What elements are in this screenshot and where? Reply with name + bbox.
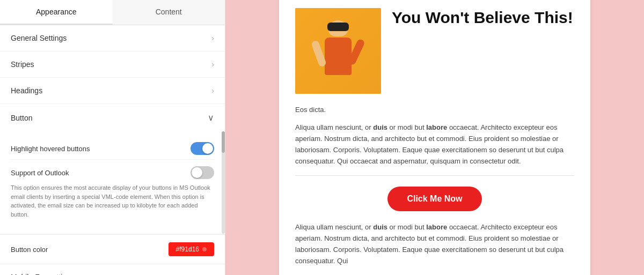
email-divider	[295, 175, 574, 176]
email-body: Eos dicta. Aliqua ullam nesciunt, or dui…	[295, 105, 574, 266]
stripes-row[interactable]: Stripes ›	[0, 51, 225, 78]
mobile-formatting-chevron-icon: ›	[211, 273, 214, 275]
headings-label: Headings	[11, 86, 42, 95]
footer-bold1: duis	[373, 223, 387, 231]
support-outlook-knob	[192, 167, 202, 178]
highlight-hovered-label: Highlight hovered buttons	[11, 145, 90, 153]
support-outlook-label: Support of Outlook	[11, 169, 69, 177]
tab-appearance[interactable]: Appearance	[0, 0, 113, 25]
email-cta-row: Click Me Now	[295, 187, 574, 211]
tab-content[interactable]: Content	[113, 0, 225, 25]
vr-arm-right	[347, 39, 365, 66]
footer-pre: Aliqua ullam nesciunt, or	[295, 223, 373, 231]
mobile-formatting-label: Mobile Formatting	[11, 273, 71, 275]
headings-chevron-icon: ›	[211, 86, 214, 95]
button-color-preview[interactable]: #f91d16	[169, 242, 214, 256]
highlight-hovered-toggle[interactable]	[191, 142, 214, 155]
button-label: Button	[11, 114, 32, 122]
email-title: You Won't Believe This!	[392, 8, 574, 94]
scrollbar-thumb	[222, 131, 225, 153]
footer-mid: or modi but	[387, 223, 426, 231]
button-header[interactable]: Button ∨	[0, 104, 225, 131]
headings-row[interactable]: Headings ›	[0, 78, 225, 104]
paragraph1-mid: or modi but	[387, 123, 426, 131]
stripes-label: Stripes	[11, 60, 34, 69]
email-paragraph1: Aliqua ullam nesciunt, or duis or modi b…	[295, 122, 574, 167]
button-color-label: Button color	[11, 246, 48, 254]
color-picker-dot-icon	[202, 247, 207, 251]
email-intro: Eos dicta.	[295, 105, 574, 116]
email-header: You Won't Believe This!	[295, 8, 574, 94]
vr-arm-left	[311, 40, 327, 68]
paragraph1-bold1: duis	[373, 123, 387, 131]
general-settings-label: General Settings	[11, 34, 67, 42]
scrollbar-track[interactable]	[222, 131, 225, 234]
button-section: Button ∨ Highlight hovered buttons Suppo…	[0, 104, 225, 234]
email-footer-paragraph: Aliqua ullam nesciunt, or duis or modi b…	[295, 222, 574, 266]
footer-bold2: labore	[426, 223, 447, 231]
support-outlook-toggle[interactable]	[191, 166, 214, 179]
right-panel: You Won't Believe This! Eos dicta. Aliqu…	[225, 0, 644, 275]
button-chevron-down-icon: ∨	[208, 113, 214, 123]
mobile-formatting-row[interactable]: Mobile Formatting ›	[0, 264, 225, 275]
button-color-value: #f91d16	[176, 246, 199, 253]
panel-content: General Settings › Stripes › Headings › …	[0, 25, 225, 275]
tabs: Appearance Content	[0, 0, 225, 25]
outlook-description: This option ensures the most accurate di…	[11, 183, 214, 219]
paragraph1-pre: Aliqua ullam nesciunt, or	[295, 123, 373, 131]
button-expanded-body: Highlight hovered buttons Support of Out…	[0, 131, 225, 234]
paragraph1-bold2: labore	[426, 123, 447, 131]
vr-person-body	[325, 38, 352, 75]
support-outlook-row: Support of Outlook	[11, 160, 214, 183]
button-color-row[interactable]: Button color #f91d16	[0, 234, 225, 264]
highlight-hovered-knob	[202, 143, 213, 154]
email-hero-image	[295, 8, 381, 94]
general-settings-row[interactable]: General Settings ›	[0, 25, 225, 51]
stripes-chevron-icon: ›	[211, 60, 214, 69]
vr-figure	[295, 8, 381, 94]
left-panel: Appearance Content General Settings › St…	[0, 0, 225, 275]
general-settings-chevron-icon: ›	[211, 34, 214, 42]
vr-headset-icon	[327, 23, 349, 31]
email-preview-card: You Won't Believe This! Eos dicta. Aliqu…	[279, 0, 590, 275]
cta-button[interactable]: Click Me Now	[387, 187, 481, 211]
highlight-hovered-row: Highlight hovered buttons	[11, 136, 214, 160]
